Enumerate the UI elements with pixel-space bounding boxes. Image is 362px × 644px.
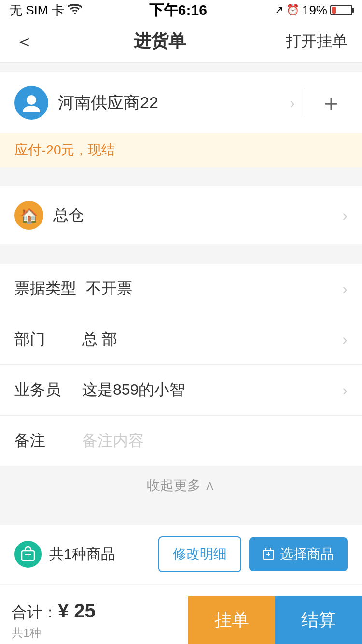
staff-label: 业务员 (14, 379, 72, 401)
gap-4 (0, 505, 362, 515)
form-row-dept[interactable]: 部门 总 部 › (0, 314, 362, 365)
form-section: 票据类型 不开票 › 部门 总 部 › 业务员 这是859的小智 › 备注 备注… (0, 264, 362, 466)
battery-pct: 19% (302, 3, 327, 18)
total-label: 合计： (12, 603, 58, 621)
product-count: 共1种商品 (49, 545, 158, 564)
supplier-avatar (14, 86, 48, 120)
dept-value: 总 部 (82, 329, 342, 350)
warehouse-row[interactable]: 🏠 总仓 › (0, 186, 362, 244)
nav-bar: ＜ 进货单 打开挂单 (0, 20, 362, 63)
total-amount: ¥ 25 (58, 600, 96, 621)
invoice-value: 不开票 (86, 278, 342, 299)
warehouse-icon-wrap: 🏠 (14, 201, 43, 230)
collapse-bar[interactable]: 收起更多 ∧ (0, 466, 362, 505)
wifi-icon (68, 3, 82, 18)
dept-chevron-icon: › (342, 331, 348, 349)
staff-chevron-icon: › (342, 381, 348, 399)
select-product-button[interactable]: 选择商品 (249, 537, 348, 571)
bottom-bar: 合计：¥ 25 共1种 挂单 结算 (0, 596, 362, 644)
select-product-label: 选择商品 (280, 545, 334, 563)
supplier-name: 河南供应商22 (58, 92, 290, 114)
product-icon-wrap (14, 541, 42, 568)
gap-2 (0, 167, 362, 177)
warning-bar: 应付-20元，现结 (0, 133, 362, 167)
product-header: 共1种商品 修改明细 选择商品 (0, 525, 362, 584)
supplier-row[interactable]: 河南供应商22 › ＋ (0, 72, 362, 133)
edit-detail-button[interactable]: 修改明细 (158, 536, 241, 572)
total-sub: 共1种 (12, 625, 177, 641)
status-left: 无 SIM 卡 (10, 2, 82, 19)
add-supplier-button[interactable]: ＋ (315, 87, 348, 118)
invoice-label: 票据类型 (14, 278, 76, 299)
supplier-chevron-icon: › (290, 94, 295, 112)
alarm-icon: ⏰ (286, 4, 299, 16)
status-time: 下午6:16 (149, 0, 207, 20)
hang-button[interactable]: 挂单 (188, 596, 275, 644)
warehouse-section: 🏠 总仓 › (0, 186, 362, 244)
gap-3 (0, 244, 362, 254)
total-section: 合计：¥ 25 共1种 (0, 596, 188, 644)
gap-1 (0, 63, 362, 72)
checkout-button[interactable]: 结算 (275, 596, 362, 644)
house-icon: 🏠 (20, 207, 38, 224)
form-row-note[interactable]: 备注 备注内容 (0, 416, 362, 466)
dept-label: 部门 (14, 329, 72, 350)
form-row-invoice[interactable]: 票据类型 不开票 › (0, 264, 362, 314)
invoice-chevron-icon: › (342, 280, 348, 298)
status-right: ↗ ⏰ 19% (275, 3, 352, 18)
warehouse-chevron-icon: › (342, 207, 348, 224)
total-main: 合计：¥ 25 (12, 600, 177, 623)
carrier-text: 无 SIM 卡 (10, 2, 64, 19)
note-placeholder[interactable]: 备注内容 (82, 430, 348, 451)
divider (305, 88, 305, 117)
status-bar: 无 SIM 卡 下午6:16 ↗ ⏰ 19% (0, 0, 362, 20)
battery-icon (330, 5, 352, 15)
back-button[interactable]: ＜ (14, 28, 34, 55)
page-title: 进货单 (134, 29, 186, 53)
location-icon: ↗ (275, 4, 283, 16)
staff-value: 这是859的小智 (82, 379, 342, 401)
warehouse-label: 总仓 (53, 205, 342, 226)
svg-point-0 (27, 95, 36, 105)
form-row-staff[interactable]: 业务员 这是859的小智 › (0, 365, 362, 416)
svg-point-1 (23, 106, 40, 112)
supplier-section: 河南供应商22 › ＋ 应付-20元，现结 (0, 72, 362, 167)
open-hang-button[interactable]: 打开挂单 (286, 31, 348, 52)
note-label: 备注 (14, 430, 72, 451)
